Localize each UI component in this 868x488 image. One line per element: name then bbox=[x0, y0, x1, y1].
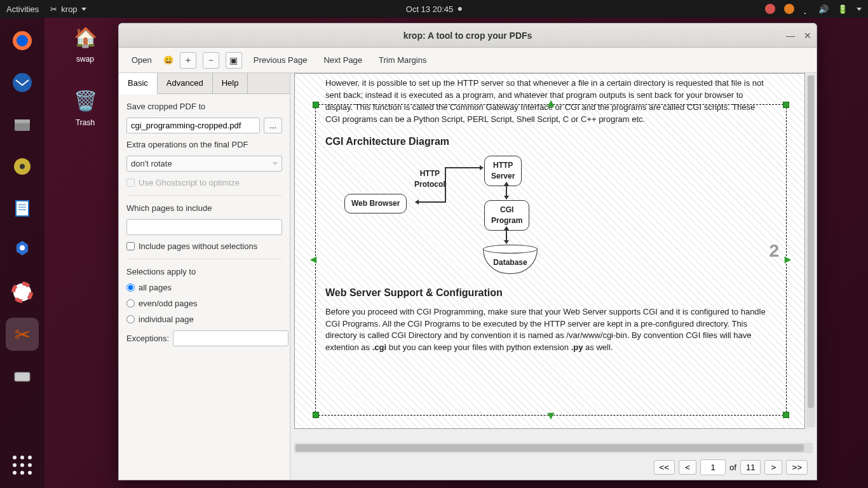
dock: ✂ bbox=[0, 18, 44, 488]
ghostscript-checkbox-input bbox=[126, 179, 135, 187]
tab-advanced[interactable]: Advanced bbox=[158, 73, 213, 93]
include-without-label: Include pages without selections bbox=[139, 241, 257, 251]
close-button[interactable]: ✕ bbox=[804, 30, 811, 41]
chevron-down-icon bbox=[273, 162, 278, 165]
exceptions-input[interactable] bbox=[173, 330, 288, 346]
trash-icon: 🗑️ bbox=[70, 85, 100, 116]
svg-point-1 bbox=[17, 35, 28, 46]
dock-settings[interactable] bbox=[6, 234, 39, 267]
include-without-checkbox[interactable]: Include pages without selections bbox=[126, 241, 282, 251]
desktop-icon-trash[interactable]: 🗑️ Trash bbox=[60, 85, 111, 127]
side-panel: Basic Advanced Help Save cropped PDF to … bbox=[119, 73, 290, 480]
radio-individual[interactable]: individual page bbox=[126, 315, 282, 324]
crop-handle-tr[interactable] bbox=[783, 102, 789, 108]
titlebar[interactable]: krop: A tool to crop your PDFs — ✕ bbox=[119, 24, 817, 48]
dock-firefox[interactable] bbox=[6, 24, 39, 57]
next-page-button-pager[interactable]: > bbox=[764, 460, 782, 475]
dock-files[interactable] bbox=[6, 108, 39, 141]
svg-point-2 bbox=[13, 73, 32, 92]
include-without-checkbox-input[interactable] bbox=[126, 242, 135, 250]
dock-writer[interactable] bbox=[6, 192, 39, 225]
radio-evenodd-input[interactable] bbox=[126, 299, 135, 308]
open-button[interactable]: Open bbox=[126, 53, 157, 67]
wifi-icon[interactable]: ⡀ bbox=[803, 4, 810, 14]
next-page-button[interactable]: Next Page bbox=[318, 53, 367, 67]
svg-rect-16 bbox=[15, 372, 30, 381]
radio-all-pages[interactable]: all pages bbox=[126, 283, 282, 292]
dock-show-apps[interactable] bbox=[6, 449, 39, 482]
canvas[interactable]: However, it is possible to set up the HT… bbox=[290, 73, 817, 443]
zoom-in-button[interactable]: ＋ bbox=[180, 52, 196, 69]
current-page-input[interactable] bbox=[700, 459, 726, 475]
svg-point-13 bbox=[20, 245, 25, 250]
crop-handle-br[interactable] bbox=[783, 412, 789, 418]
volume-icon[interactable]: 🔊 bbox=[818, 4, 829, 14]
desktop-icon-swap[interactable]: 🏠 swap bbox=[60, 22, 111, 64]
previous-page-button[interactable]: Previous Page bbox=[248, 53, 313, 67]
scissors-icon: ✂ bbox=[50, 4, 57, 14]
last-page-button[interactable]: >> bbox=[786, 460, 808, 475]
crop-handle-t[interactable]: ▼ bbox=[545, 97, 557, 111]
battery-icon[interactable]: 🔋 bbox=[837, 4, 848, 14]
svg-point-6 bbox=[20, 164, 25, 169]
chevron-down-icon bbox=[81, 8, 86, 11]
page-number-overlay: 2 bbox=[769, 241, 779, 261]
status-orange-icon[interactable] bbox=[784, 4, 794, 14]
zoom-out-button[interactable]: － bbox=[203, 52, 219, 69]
radio-individual-label: individual page bbox=[139, 315, 194, 324]
app-menu-label: krop bbox=[61, 4, 77, 14]
pdf-page[interactable]: However, it is possible to set up the HT… bbox=[294, 73, 805, 429]
scissors-icon: ✂ bbox=[15, 323, 31, 346]
crop-handle-bl[interactable] bbox=[313, 412, 319, 418]
radio-even-odd[interactable]: even/odd pages bbox=[126, 299, 282, 308]
clock-label: Oct 13 20:45 bbox=[406, 4, 453, 14]
first-page-button[interactable]: << bbox=[654, 460, 675, 475]
tab-basic[interactable]: Basic bbox=[119, 73, 158, 94]
total-pages: 11 bbox=[740, 460, 761, 475]
dock-rhythmbox[interactable] bbox=[6, 150, 39, 183]
selections-apply-label: Selections apply to bbox=[126, 267, 282, 276]
home-icon: 🏠 bbox=[70, 22, 100, 52]
dock-thunderbird[interactable] bbox=[6, 66, 39, 99]
scrollbar-thumb[interactable] bbox=[295, 444, 804, 452]
desktop-icon-label: Trash bbox=[60, 118, 111, 127]
browse-button[interactable]: ... bbox=[264, 118, 282, 133]
pdf-viewer: However, it is possible to set up the HT… bbox=[290, 73, 817, 480]
scrollbar-vertical[interactable] bbox=[806, 74, 815, 428]
window-title: krop: A tool to crop your PDFs bbox=[403, 30, 532, 41]
toolbar: Open 😀 ＋ － ▣ Previous Page Next Page Tri… bbox=[119, 48, 817, 73]
rotate-select-value: don't rotate bbox=[131, 159, 172, 168]
dock-disk[interactable] bbox=[6, 360, 39, 393]
app-menu[interactable]: ✂ krop bbox=[50, 4, 86, 14]
dock-krop[interactable]: ✂ bbox=[6, 318, 39, 351]
svg-rect-4 bbox=[15, 119, 30, 123]
crop-handle-l[interactable]: ▼ bbox=[307, 254, 320, 266]
clock[interactable]: Oct 13 20:45 bbox=[406, 4, 462, 14]
save-path-input[interactable] bbox=[126, 118, 260, 133]
radio-all-input[interactable] bbox=[126, 283, 135, 292]
minimize-button[interactable]: — bbox=[786, 30, 795, 41]
activities-button[interactable]: Activities bbox=[6, 4, 39, 14]
save-label: Save cropped PDF to bbox=[126, 102, 282, 111]
rotate-select[interactable]: don't rotate bbox=[126, 156, 282, 172]
tab-help[interactable]: Help bbox=[213, 73, 248, 93]
gnome-topbar: Activities ✂ krop Oct 13 20:45 ⡀ 🔊 🔋 bbox=[0, 0, 868, 18]
scrollbar-thumb[interactable] bbox=[808, 76, 814, 408]
system-menu-chevron-icon[interactable] bbox=[857, 8, 862, 11]
pager: << < of 11 > >> bbox=[290, 454, 817, 480]
radio-evenodd-label: even/odd pages bbox=[139, 299, 198, 308]
status-red-icon[interactable] bbox=[765, 4, 775, 14]
pages-include-input[interactable] bbox=[126, 219, 282, 235]
fit-button[interactable]: ▣ bbox=[226, 52, 242, 69]
pages-include-label: Which pages to include bbox=[126, 203, 282, 213]
crop-selection[interactable]: ▼ ▼ ▼ ▼ bbox=[315, 104, 787, 416]
crop-handle-r[interactable]: ▼ bbox=[782, 254, 795, 266]
scrollbar-horizontal[interactable] bbox=[294, 443, 813, 453]
dock-help[interactable] bbox=[6, 276, 39, 309]
crop-handle-b[interactable]: ▼ bbox=[545, 409, 557, 423]
emoji-icon[interactable]: 😀 bbox=[163, 55, 173, 65]
radio-individual-input[interactable] bbox=[126, 315, 135, 323]
trim-margins-button[interactable]: Trim Margins bbox=[374, 53, 431, 67]
prev-page-button[interactable]: < bbox=[679, 460, 696, 475]
crop-handle-tl[interactable] bbox=[313, 102, 319, 108]
